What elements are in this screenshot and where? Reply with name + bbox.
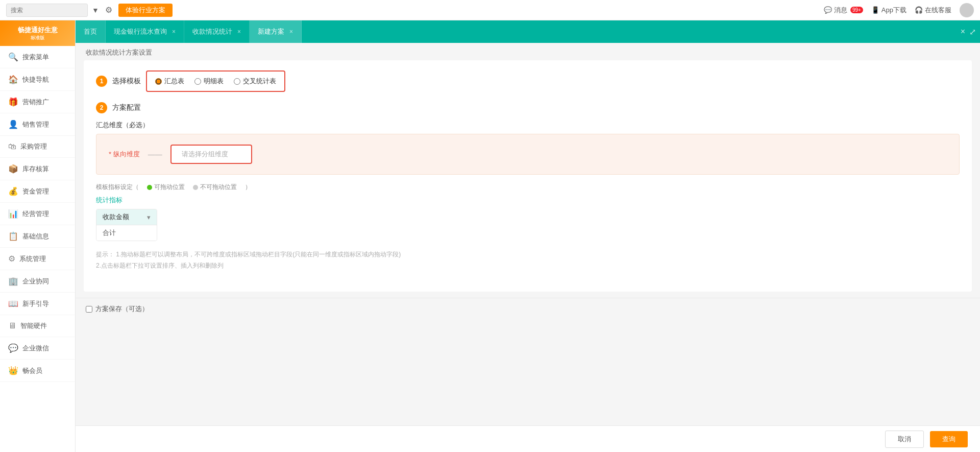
quick-nav-icon: 🏠 [8,75,18,84]
logo-sub: 标准版 [18,35,58,41]
tip1: 提示： 1.拖动标题栏可以调整布局，不可跨维度或指标区域拖动栏目字段(只能在同一… [96,249,960,260]
sidebar: 畅捷通好生意 标准版 🔍 搜索菜单 🏠 快捷导航 🎁 营销推广 👤 销售管理 🛍… [0,20,76,452]
draggable-label: 可拖动位置 [154,183,185,192]
tab-expand-action[interactable]: ⤢ [969,27,976,37]
radio-detail-label: 明细表 [204,77,224,86]
online-service-item[interactable]: 🎧 在线客服 [915,6,951,15]
header-search-input[interactable] [6,4,88,17]
metrics-section-title: 模板指标设定（ [96,183,139,192]
sidebar-item-label: 营销推广 [22,98,49,107]
app-icon: 📱 [871,6,879,14]
finance-icon: 💰 [8,186,18,196]
tab-bank-flow-close[interactable]: × [172,28,176,35]
tips-section: 提示： 1.拖动标题栏可以调整布局，不可跨维度或指标区域拖动栏目字段(只能在同一… [96,249,960,271]
breadcrumb: 收款情况统计方案设置 [86,49,152,56]
step1-badge: 1 [96,76,107,87]
vertical-dim-label: * 纵向维度 [109,150,140,159]
notification-item[interactable]: 💬 消息 99+ [824,6,863,15]
tab-new-plan-close[interactable]: × [289,28,293,35]
step2-header: 2 方案配置 [96,102,960,113]
tab-receivable-stats[interactable]: 收款情况统计 × [184,20,250,43]
sidebar-item-label: 系统管理 [19,254,46,264]
radio-detail[interactable]: 明细表 [194,77,224,86]
stats-table-cell: 合计 [96,225,157,241]
app-download-item[interactable]: 📱 App下载 [871,6,906,15]
radio-summary[interactable]: 汇总表 [155,77,184,86]
sidebar-item-quick-nav[interactable]: 🏠 快捷导航 [0,68,75,91]
sidebar-item-wechat[interactable]: 💬 企业微信 [0,337,75,360]
dimension-select-box[interactable]: 请选择分组维度 [170,145,252,164]
sidebar-item-enterprise[interactable]: 🏢 企业协同 [0,270,75,293]
tab-bar: 首页 现金银行流水查询 × 收款情况统计 × 新建方案 × × ⤢ [76,20,980,43]
sidebar-item-finance[interactable]: 💰 资金管理 [0,180,75,203]
sidebar-item-smart-hardware[interactable]: 🖥 智能硬件 [0,315,75,337]
step2-badge: 2 [96,102,107,113]
stats-dropdown-icon[interactable]: ▾ [147,213,151,221]
industry-btn[interactable]: 体验行业方案 [118,4,173,17]
sidebar-item-marketing[interactable]: 🎁 营销推广 [0,91,75,113]
save-option-label: 方案保存（可选） [95,304,149,314]
dimension-row: * 纵向维度 —— 请选择分组维度 [109,145,947,164]
metrics-header: 模板指标设定（ 可拖动位置 不可拖动位置 ） [96,183,960,192]
stats-label: 统计指标 [96,196,960,205]
tab-new-plan[interactable]: 新建方案 × [250,20,302,43]
save-checkbox[interactable] [86,306,92,313]
sidebar-item-label: 采购管理 [20,142,47,151]
query-button[interactable]: 查询 [930,431,968,447]
tab-receivable-stats-label: 收款情况统计 [192,27,232,36]
radio-cross-input[interactable] [234,78,240,85]
dimension-placeholder: 请选择分组维度 [182,150,228,158]
step1-section: 1 选择模板 汇总表 明细表 [96,70,960,92]
sidebar-item-label: 快捷导航 [22,75,49,84]
sidebar-item-system[interactable]: ⚙ 系统管理 [0,248,75,270]
avatar [960,3,974,17]
marketing-icon: 🎁 [8,97,18,107]
notification-badge: 99+ [850,7,863,13]
tab-receivable-stats-close[interactable]: × [237,28,241,35]
dimension-section-title: 汇总维度（必选） [96,121,149,129]
sidebar-item-label: 搜索菜单 [22,53,49,62]
step2-title: 方案配置 [112,103,141,112]
header-right: 💬 消息 99+ 📱 App下载 🎧 在线客服 [824,3,974,17]
stats-table-header[interactable]: 收款金额 ▾ [96,209,157,225]
bottom-action-bar: 取消 查询 [76,425,980,452]
step2-section: 2 方案配置 汇总维度（必选） * 纵向维度 —— 请选择分组维度 [96,102,960,271]
header-dropdown-btn[interactable]: ▼ [92,6,99,14]
arrow-right-icon: —— [148,150,162,158]
sidebar-item-label: 销售管理 [22,120,49,129]
guide-icon: 📖 [8,299,18,308]
sidebar-item-inventory[interactable]: 📦 库存核算 [0,158,75,180]
tab-close-action[interactable]: × [961,27,965,36]
sidebar-item-operation[interactable]: 📊 经营管理 [0,203,75,225]
radio-summary-input[interactable] [155,78,162,85]
sidebar-item-search-menu[interactable]: 🔍 搜索菜单 [0,46,75,68]
notification-label: 消息 [834,6,847,15]
radio-detail-input[interactable] [194,78,201,85]
sidebar-item-sales[interactable]: 👤 销售管理 [0,113,75,136]
layout: 畅捷通好生意 标准版 🔍 搜索菜单 🏠 快捷导航 🎁 营销推广 👤 销售管理 🛍… [0,20,980,452]
sidebar-item-membership[interactable]: 👑 畅会员 [0,360,75,382]
sidebar-item-label: 库存核算 [22,164,49,174]
tab-new-plan-label: 新建方案 [258,27,284,36]
non-draggable-dot [193,185,198,190]
tab-home-label: 首页 [84,27,97,36]
radio-cross[interactable]: 交叉统计表 [234,77,276,86]
gear-icon[interactable]: ⚙ [105,5,112,15]
step1-header: 1 选择模板 汇总表 明细表 [96,70,960,92]
operation-icon: 📊 [8,209,18,219]
sidebar-item-purchase[interactable]: 🛍 采购管理 [0,136,75,158]
top-header: ▼ ⚙ 体验行业方案 💬 消息 99+ 📱 App下载 🎧 在线客服 [0,0,980,20]
main-card: 1 选择模板 汇总表 明细表 [84,60,972,292]
sidebar-item-guide[interactable]: 📖 新手引导 [0,293,75,315]
sidebar-item-label: 企业微信 [22,344,49,353]
sidebar-item-basic-info[interactable]: 📋 基础信息 [0,225,75,248]
user-item[interactable] [960,3,974,17]
draggable-badge: 可拖动位置 [147,183,185,192]
cancel-button[interactable]: 取消 [885,431,924,448]
stats-col-header: 收款金额 [103,212,129,222]
tab-bank-flow[interactable]: 现金银行流水查询 × [106,20,184,43]
tab-home[interactable]: 首页 [76,20,106,43]
notification-icon: 💬 [824,6,832,14]
non-draggable-badge: 不可拖动位置 [193,183,237,192]
tab-bar-actions: × ⤢ [961,27,980,37]
